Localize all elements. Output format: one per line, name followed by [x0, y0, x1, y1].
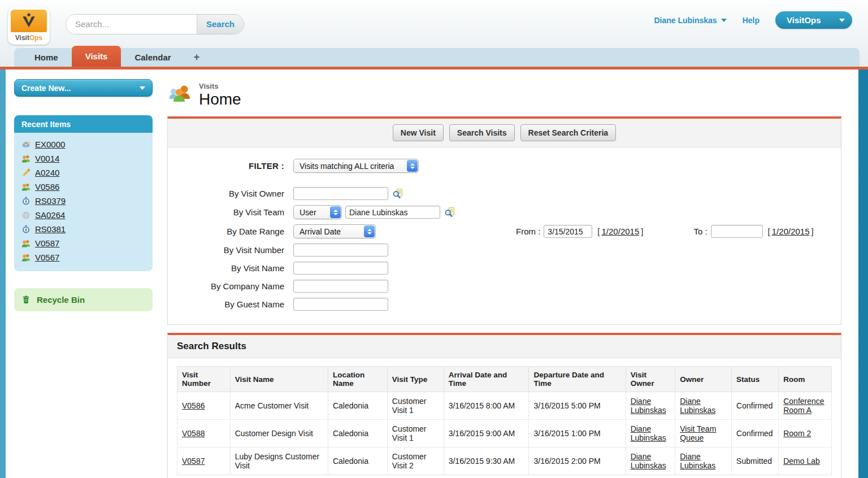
owner-link[interactable]: Diane Lubinskas	[680, 452, 715, 470]
owner-link[interactable]: Diane Lubinskas	[680, 397, 715, 415]
departure-cell: 3/16/2015 5:00 PM	[529, 392, 626, 420]
user-menu[interactable]: Diane Lubinskas	[654, 16, 726, 25]
visit-owner-link[interactable]: Diane Lubinskas	[631, 424, 666, 442]
visit-owner-link[interactable]: Diane Lubinskas	[631, 397, 666, 415]
create-new-button[interactable]: Create New...	[14, 79, 153, 97]
recent-item-link[interactable]: RS0379	[35, 196, 66, 206]
arrival-cell: 3/16/2015 8:00 AM	[444, 392, 529, 420]
recent-item-link[interactable]: EX0000	[35, 140, 65, 149]
visit-number-link[interactable]: V0586	[182, 401, 205, 410]
location-cell: Caledonia	[328, 420, 387, 447]
global-search: Search	[66, 14, 244, 34]
guest-name-input[interactable]	[293, 298, 388, 311]
by-company-name-label: By Company Name	[177, 281, 284, 291]
visits-group-icon	[168, 82, 192, 108]
chevron-down-icon	[721, 19, 727, 22]
search-input[interactable]	[66, 15, 197, 34]
from-today-link[interactable]: 1/20/2015	[602, 227, 640, 236]
search-results-title: Search Results	[177, 341, 246, 351]
box-icon	[21, 140, 31, 149]
company-name-input[interactable]	[293, 280, 388, 293]
to-today-link[interactable]: 1/20/2015	[772, 227, 810, 236]
results-table: Visit NumberVisit NameLocation NameVisit…	[177, 366, 832, 475]
recent-item-link[interactable]: V0014	[35, 154, 59, 163]
team-type-select[interactable]: User	[293, 205, 342, 219]
by-visit-team-label: By Visit Team	[177, 207, 284, 217]
to-date-input[interactable]	[711, 225, 763, 238]
visit-owner-input[interactable]	[293, 187, 388, 200]
visit-number-link[interactable]: V0587	[182, 457, 205, 466]
column-header: Status	[732, 367, 779, 392]
recent-item-link[interactable]: SA0264	[35, 210, 65, 220]
visit-number-link[interactable]: V0588	[182, 429, 205, 438]
room-link[interactable]: Demo Lab	[783, 457, 820, 466]
visit-team-input[interactable]	[345, 206, 440, 219]
from-label: From :	[516, 227, 540, 236]
visit-owner-link[interactable]: Diane Lubinskas	[631, 452, 666, 470]
recent-item-link[interactable]: V0586	[35, 182, 59, 192]
departure-cell: 3/16/2015 1:00 PM	[529, 420, 626, 447]
result-row: V0586 Acme Customer Visit Caledonia Cust…	[177, 392, 832, 420]
filter-label: FILTER :	[177, 161, 284, 171]
by-visit-owner-label: By Visit Owner	[177, 189, 284, 198]
new-visit-button[interactable]: New Visit	[393, 124, 444, 141]
visit-name-cell: Luby Designs Customer Visit	[230, 447, 328, 475]
reset-search-criteria-button[interactable]: Reset Search Criteria	[520, 124, 617, 141]
to-date-group: To : [ 1/20/2015 ]	[693, 225, 815, 238]
column-header: Visit Number	[177, 367, 231, 392]
room-link[interactable]: Conference Room A	[783, 397, 824, 415]
lookup-icon[interactable]	[444, 207, 455, 218]
recent-items-panel: Recent Items EX0000 V0014 A0240 V0586 RS…	[14, 115, 153, 271]
visit-number-input[interactable]	[293, 244, 388, 257]
main-content: Visits Home New Visit Search Visits Rese…	[154, 69, 858, 478]
from-date-group: From : [ 1/20/2015 ]	[516, 225, 645, 238]
location-cell: Caledonia	[328, 392, 387, 420]
status-cell: Submitted	[732, 447, 779, 475]
visit-type-cell: Customer Visit 2	[387, 447, 444, 475]
recent-items-title: Recent Items	[14, 115, 153, 133]
tab-calendar[interactable]: Calendar	[121, 48, 184, 67]
recent-item-link[interactable]: V0587	[35, 238, 59, 248]
people-icon	[21, 154, 31, 163]
filter-panel: New Visit Search Visits Reset Search Cri…	[167, 116, 841, 325]
sidebar: Create New... Recent Items EX0000 V0014 …	[6, 69, 154, 478]
recent-item-link[interactable]: V0567	[35, 253, 59, 262]
visit-type-cell: Customer Visit 1	[387, 392, 444, 420]
recent-item: RS0379	[14, 194, 153, 208]
date-range-select[interactable]: Arrival Date	[293, 224, 376, 238]
recent-item: V0586	[14, 180, 153, 194]
visit-name-cell: Customer Design Visit	[230, 420, 328, 447]
by-date-range-label: By Date Range	[177, 227, 284, 236]
recent-item: SA0264	[14, 208, 153, 222]
search-visits-button[interactable]: Search Visits	[449, 124, 515, 141]
column-header: Owner	[675, 367, 732, 392]
help-link[interactable]: Help	[743, 16, 760, 25]
results-header-row: Visit NumberVisit NameLocation NameVisit…	[177, 367, 832, 392]
tab-home[interactable]: Home	[21, 48, 72, 67]
visit-name-input[interactable]	[293, 262, 388, 275]
search-button[interactable]: Search	[197, 15, 244, 34]
by-guest-name-label: By Guest Name	[177, 299, 284, 309]
chevron-down-icon	[140, 86, 145, 90]
to-label: To :	[693, 227, 707, 236]
results-tbody: V0586 Acme Customer Visit Caledonia Cust…	[177, 392, 832, 475]
recycle-bin-link[interactable]: Recycle Bin	[14, 288, 153, 311]
result-row: V0587 Luby Designs Customer Visit Caledo…	[177, 447, 832, 475]
section-label: Visits	[199, 82, 241, 90]
recent-item-link[interactable]: RS0381	[35, 224, 66, 234]
tab-add[interactable]: +	[185, 48, 209, 67]
people-icon	[21, 182, 31, 192]
by-visit-name-label: By Visit Name	[177, 263, 284, 273]
arrival-cell: 3/16/2015 9:30 AM	[444, 447, 529, 475]
by-visit-number-label: By Visit Number	[177, 245, 284, 255]
search-results-panel: Search Results Visit NumberVisit NameLoc…	[167, 333, 841, 478]
owner-link[interactable]: Visit Team Queue	[680, 424, 716, 442]
column-header: Room	[779, 367, 832, 392]
room-link[interactable]: Room 2	[783, 429, 811, 438]
criteria-select[interactable]: Visits matching ALL criteria	[293, 159, 419, 173]
lookup-icon[interactable]	[392, 188, 403, 199]
app-switcher-button[interactable]: VisitOps	[775, 11, 852, 29]
tab-visits[interactable]: Visits	[72, 46, 121, 67]
from-date-input[interactable]	[544, 225, 592, 238]
recent-item-link[interactable]: A0240	[35, 168, 59, 177]
